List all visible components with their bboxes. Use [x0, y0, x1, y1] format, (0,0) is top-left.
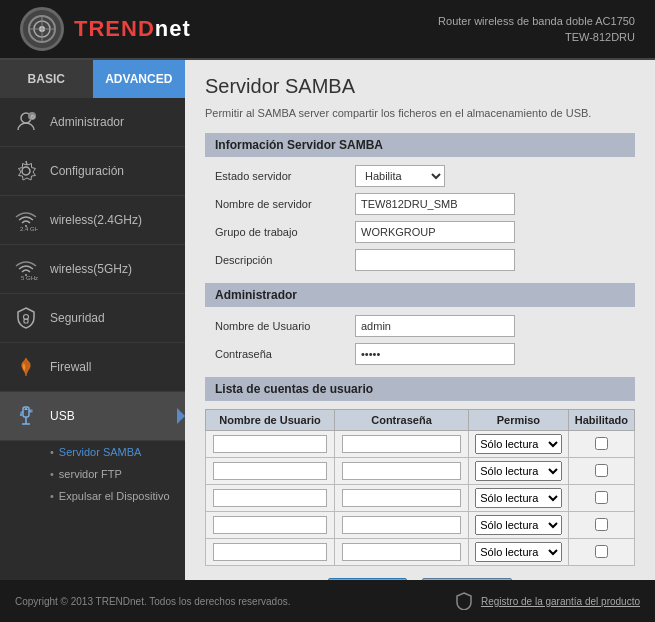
table-row: Sólo lecturaLectura/Escritura — [206, 431, 635, 458]
section-info: Información Servidor SAMBA Estado servid… — [205, 133, 635, 271]
footer: Copyright © 2013 TRENDnet. Todos los der… — [0, 580, 655, 622]
copyright: Copyright © 2013 TRENDnet. Todos los der… — [15, 596, 290, 607]
checkbox-habilitado-1[interactable] — [595, 464, 608, 477]
table-row: Sólo lecturaLectura/Escritura — [206, 512, 635, 539]
sub-item-ftp[interactable]: servidor FTP — [20, 463, 185, 485]
svg-text:5 GHz: 5 GHz — [21, 275, 38, 281]
row-grupo: Grupo de trabajo — [205, 221, 635, 243]
cancel-button[interactable]: Cancelar — [422, 578, 512, 580]
security-icon — [12, 304, 40, 332]
admin-icon: ⚙ — [12, 108, 40, 136]
cell-habilitado-0 — [568, 431, 634, 458]
select-permiso-0[interactable]: Sólo lecturaLectura/Escritura — [475, 434, 561, 454]
input-username-3[interactable] — [213, 516, 327, 534]
input-username-1[interactable] — [213, 462, 327, 480]
product-model: TEW-812DRU — [438, 29, 635, 46]
section-users-header: Lista de cuentas de usuario — [205, 377, 635, 401]
table-row: Sólo lecturaLectura/Escritura — [206, 539, 635, 566]
col-header-permiso: Permiso — [468, 410, 568, 431]
usb-arrow-icon — [177, 408, 185, 424]
cell-permiso-0: Sólo lecturaLectura/Escritura — [468, 431, 568, 458]
checkbox-habilitado-3[interactable] — [595, 518, 608, 531]
sub-item-samba[interactable]: Servidor SAMBA — [20, 441, 185, 463]
section-admin-header: Administrador — [205, 283, 635, 307]
sidebar-item-usb-section: USB Servidor SAMBA servidor FTP Expulsar… — [0, 392, 185, 507]
checkbox-habilitado-0[interactable] — [595, 437, 608, 450]
input-password-row-3[interactable] — [342, 516, 461, 534]
input-desc[interactable] — [355, 249, 515, 271]
sidebar: BASIC ADVANCED ⚙ Administrador — [0, 60, 185, 580]
row-desc: Descripción — [205, 249, 635, 271]
sub-label-ftp: servidor FTP — [59, 468, 122, 480]
label-estado: Estado servidor — [215, 170, 355, 182]
table-row: Sólo lecturaLectura/Escritura — [206, 485, 635, 512]
sidebar-label-wireless24: wireless(2.4GHz) — [50, 213, 142, 227]
select-permiso-2[interactable]: Sólo lecturaLectura/Escritura — [475, 488, 561, 508]
select-permiso-1[interactable]: Sólo lecturaLectura/Escritura — [475, 461, 561, 481]
select-estado[interactable]: Habilita Deshabilita — [355, 165, 445, 187]
logo-circle — [20, 7, 64, 51]
section-info-header: Información Servidor SAMBA — [205, 133, 635, 157]
sidebar-item-usb[interactable]: USB — [0, 392, 185, 441]
sidebar-item-firewall[interactable]: Firewall — [0, 343, 185, 392]
input-username-2[interactable] — [213, 489, 327, 507]
label-nombre-servidor: Nombre de servidor — [215, 198, 355, 210]
tab-advanced[interactable]: ADVANCED — [93, 60, 186, 98]
input-password-row-1[interactable] — [342, 462, 461, 480]
select-permiso-3[interactable]: Sólo lecturaLectura/Escritura — [475, 515, 561, 535]
cell-username-1 — [206, 458, 335, 485]
cell-username-0 — [206, 431, 335, 458]
cell-permiso-1: Sólo lecturaLectura/Escritura — [468, 458, 568, 485]
cell-habilitado-2 — [568, 485, 634, 512]
checkbox-habilitado-4[interactable] — [595, 545, 608, 558]
row-password: Contraseña — [205, 343, 635, 365]
nav-tabs: BASIC ADVANCED — [0, 60, 185, 98]
sidebar-item-wireless24[interactable]: 2.4 GHz wireless(2.4GHz) — [0, 196, 185, 245]
col-header-usuario: Nombre de Usuario — [206, 410, 335, 431]
footer-right: Registro de la garantía del producto — [455, 592, 640, 610]
apply-button[interactable]: Aplicar — [328, 578, 407, 580]
sidebar-label-admin: Administrador — [50, 115, 124, 129]
product-name: Router wireless de banda doble AC1750 — [438, 13, 635, 30]
usb-submenu: Servidor SAMBA servidor FTP Expulsar el … — [0, 441, 185, 507]
sub-label-eject: Expulsar el Dispositivo — [59, 490, 170, 502]
config-icon — [12, 157, 40, 185]
input-password-row-4[interactable] — [342, 543, 461, 561]
header: TRENDnet Router wireless de banda doble … — [0, 0, 655, 60]
label-grupo: Grupo de trabajo — [215, 226, 355, 238]
sidebar-item-config[interactable]: Configuración — [0, 147, 185, 196]
sidebar-item-admin[interactable]: ⚙ Administrador — [0, 98, 185, 147]
input-password-row-2[interactable] — [342, 489, 461, 507]
wireless5-icon: 5 GHz — [12, 255, 40, 283]
input-grupo[interactable] — [355, 221, 515, 243]
row-estado: Estado servidor Habilita Deshabilita — [205, 165, 635, 187]
input-username-0[interactable] — [213, 435, 327, 453]
logo: TRENDnet — [20, 7, 191, 51]
sub-label-samba: Servidor SAMBA — [59, 446, 142, 458]
cell-password-3 — [335, 512, 469, 539]
row-usuario-admin: Nombre de Usuario — [205, 315, 635, 337]
cell-password-1 — [335, 458, 469, 485]
tab-basic[interactable]: BASIC — [0, 60, 93, 98]
sidebar-item-security[interactable]: Seguridad — [0, 294, 185, 343]
warranty-link[interactable]: Registro de la garantía del producto — [481, 596, 640, 607]
input-password[interactable] — [355, 343, 515, 365]
select-permiso-4[interactable]: Sólo lecturaLectura/Escritura — [475, 542, 561, 562]
cell-password-4 — [335, 539, 469, 566]
svg-text:⚙: ⚙ — [30, 114, 35, 120]
label-password: Contraseña — [215, 348, 355, 360]
input-nombre-servidor[interactable] — [355, 193, 515, 215]
cell-permiso-4: Sólo lecturaLectura/Escritura — [468, 539, 568, 566]
sidebar-item-wireless5[interactable]: 5 GHz wireless(5GHz) — [0, 245, 185, 294]
section-users: Lista de cuentas de usuario Nombre de Us… — [205, 377, 635, 566]
checkbox-habilitado-2[interactable] — [595, 491, 608, 504]
user-table: Nombre de Usuario Contraseña Permiso Hab… — [205, 409, 635, 566]
section-admin: Administrador Nombre de Usuario Contrase… — [205, 283, 635, 365]
cell-permiso-2: Sólo lecturaLectura/Escritura — [468, 485, 568, 512]
input-password-row-0[interactable] — [342, 435, 461, 453]
input-username-4[interactable] — [213, 543, 327, 561]
sub-item-eject[interactable]: Expulsar el Dispositivo — [20, 485, 185, 507]
cell-password-0 — [335, 431, 469, 458]
input-usuario-admin[interactable] — [355, 315, 515, 337]
cell-password-2 — [335, 485, 469, 512]
